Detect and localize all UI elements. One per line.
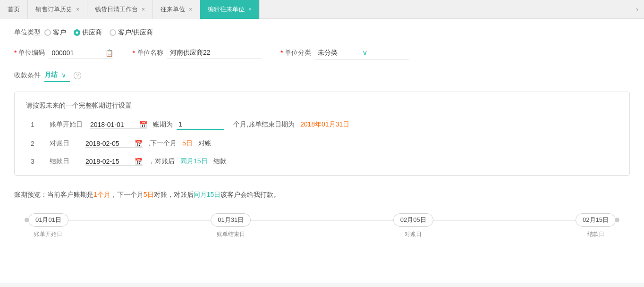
timeline-node-3: 02月05日 对账日: [393, 213, 433, 238]
step-num-1: 1: [31, 121, 40, 128]
unit-code-group: * 单位编码 📋: [14, 47, 113, 59]
unit-type-row: 单位类型 客户 供应商 客户/供应商: [14, 28, 630, 37]
timeline-node-4: 02月15日 结款日: [576, 213, 616, 238]
timeline-bubble-4: 02月15日: [576, 213, 616, 227]
radio-both[interactable]: 客户/供应商: [110, 28, 153, 37]
unit-category-group: * 单位分类 未分类 ∨: [280, 46, 409, 59]
calendar-icon-3[interactable]: 📅: [135, 158, 143, 165]
timeline-label-4: 结款日: [587, 230, 604, 238]
unit-name-input[interactable]: [167, 47, 262, 59]
radio-circle-supplier: [74, 29, 80, 36]
date-input-3: 📅: [85, 158, 143, 166]
calendar-icon-1[interactable]: 📅: [139, 121, 147, 128]
unit-type-group: 单位类型 客户 供应商 客户/供应商: [14, 28, 153, 37]
preview-text: 账期预览：当前客户账期是1个月，下一个月5日对账，对账后同月15日该客户会给我打…: [14, 191, 630, 199]
help-icon[interactable]: ?: [74, 72, 81, 79]
preview-prefix: 账期预览：当前客户账期是: [14, 191, 93, 198]
timeline-node-1: 01月01日 账单开始日: [28, 213, 68, 238]
timeline-label-3: 对账日: [405, 230, 422, 238]
radio-customer[interactable]: 客户: [44, 28, 66, 37]
payment-terms-select[interactable]: 月结 ∨: [44, 69, 70, 82]
unit-code-input[interactable]: [49, 47, 105, 59]
unit-code-label: 单位编码: [18, 49, 45, 57]
highlight-end-date: 2018年01月31日: [300, 120, 349, 129]
radio-label-supplier: 供应商: [82, 28, 102, 37]
payment-terms-row: 收款条件 月结 ∨ ?: [14, 69, 630, 82]
unit-type-label: 单位类型: [14, 28, 41, 37]
preview-mid2: 对账，对账后: [154, 191, 194, 198]
timeline-label-1: 账单开始日: [34, 230, 62, 238]
required-star-category: *: [280, 49, 283, 57]
preview-section: 账期预览：当前客户账期是1个月，下一个月5日对账，对账后同月15日该客户会给我打…: [14, 183, 630, 253]
date-input-2: 📅: [85, 140, 143, 148]
radio-label-customer: 客户: [53, 28, 66, 37]
settings-box: 请按照未来的一个完整帐期进行设置 1 账单开始日 📅 账期为 个月,账单结束日期…: [14, 92, 630, 176]
highlight-day-3: 同月15日: [180, 157, 208, 166]
timeline: 01月01日 账单开始日 01月31日 账单结束日 02月05日 对账: [14, 209, 630, 253]
chevron-down-icon: ∨: [362, 48, 407, 57]
required-star-name: *: [132, 49, 135, 57]
date-field-2[interactable]: [85, 140, 133, 147]
preview-day1: 5日: [144, 191, 154, 198]
radio-label-both: 客户/供应商: [118, 28, 153, 37]
unit-name-label: 单位名称: [137, 49, 163, 57]
preview-mid1: ，下一个月: [110, 191, 144, 198]
date-input-1: 📅: [90, 121, 147, 129]
preview-suffix: 该客户会给我打款。: [220, 191, 280, 198]
tab-edit-unit[interactable]: 编辑往来单位 ×: [200, 0, 260, 19]
tab-home[interactable]: 首页: [0, 0, 28, 19]
payment-terms-group: 收款条件 月结 ∨ ?: [14, 69, 81, 82]
step-label-2: 对账日: [50, 139, 78, 148]
radio-supplier[interactable]: 供应商: [74, 28, 102, 37]
radio-circle-customer: [44, 29, 51, 36]
close-icon[interactable]: ×: [248, 6, 252, 13]
step-desc-1-prefix: 账期为: [153, 120, 173, 129]
step-desc-3-suffix: 结款: [213, 157, 227, 166]
payment-terms-value: 月结: [44, 71, 58, 79]
unit-code-input-wrapper: 📋: [49, 47, 113, 59]
timeline-bubble-1: 01月01日: [28, 213, 68, 227]
unit-category-label: 单位分类: [285, 49, 311, 57]
step-label-1: 账单开始日: [50, 120, 83, 129]
step-label-3: 结款日: [50, 157, 78, 166]
unit-category-value: 未分类: [318, 49, 362, 57]
step-num-3: 3: [31, 158, 40, 165]
timeline-bubble-3: 02月05日: [393, 213, 433, 227]
close-icon[interactable]: ×: [76, 6, 79, 13]
tab-sales-history[interactable]: 销售订单历史 ×: [28, 0, 87, 19]
radio-circle-both: [110, 29, 116, 36]
tab-bar: 首页 销售订单历史 × 钱货日清工作台 × 往来单位 × 编辑往来单位 × ›: [0, 0, 644, 19]
chevron-down-icon: ∨: [61, 71, 66, 79]
timeline-node-2: 01月31日 账单结束日: [211, 213, 251, 238]
main-content: 单位类型 客户 供应商 客户/供应商 * 单位编码: [0, 19, 644, 283]
payment-terms-label: 收款条件: [14, 71, 41, 80]
unit-type-radio-group: 客户 供应商 客户/供应商: [44, 28, 153, 37]
step-desc-2-prefix: ,下一个月: [148, 139, 177, 148]
tab-cashflow[interactable]: 钱货日清工作台 ×: [87, 0, 153, 19]
tab-more-button[interactable]: ›: [630, 0, 644, 19]
step-desc-3-prefix: ，对账后: [148, 157, 175, 166]
tab-units[interactable]: 往来单位 ×: [153, 0, 200, 19]
unit-category-select[interactable]: 未分类 ∨: [315, 46, 409, 59]
timeline-nodes: 01月01日 账单开始日 01月31日 账单结束日 02月05日 对账: [28, 213, 616, 238]
preview-months: 1个月: [93, 191, 110, 198]
settings-title: 请按照未来的一个完整帐期进行设置: [26, 101, 618, 110]
timeline-label-2: 账单结束日: [217, 230, 245, 238]
setting-row-2: 2 对账日 📅 ,下一个月 5日 对账: [26, 139, 618, 148]
step-desc-2-suffix: 对账: [198, 139, 212, 148]
close-icon[interactable]: ×: [189, 6, 192, 13]
copy-icon[interactable]: 📋: [105, 49, 113, 57]
timeline-bubble-2: 01月31日: [211, 213, 251, 227]
step-num-2: 2: [31, 140, 40, 147]
setting-row-3: 3 结款日 📅 ，对账后 同月15日 结款: [26, 157, 618, 166]
preview-day2: 同月15日: [194, 191, 221, 198]
required-star-code: *: [14, 49, 17, 57]
calendar-icon-2[interactable]: 📅: [135, 140, 143, 147]
highlight-day-2: 5日: [182, 139, 193, 148]
setting-row-1: 1 账单开始日 📅 账期为 个月,账单结束日期为 2018年01月31日: [26, 119, 618, 130]
close-icon[interactable]: ×: [142, 6, 145, 13]
date-field-3[interactable]: [85, 158, 133, 165]
period-input[interactable]: [177, 119, 224, 130]
unit-name-group: * 单位名称: [132, 47, 261, 59]
date-field-1[interactable]: [90, 121, 137, 128]
